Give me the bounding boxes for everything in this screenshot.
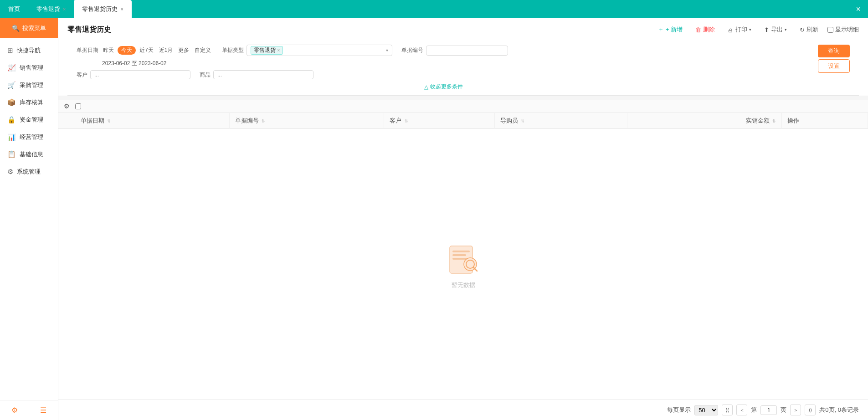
settings-button[interactable]: 设置 [818,59,850,73]
purchase-icon: 🛒 [7,81,16,89]
sidebar-item-purchase[interactable]: 🛒 采购管理 [0,77,58,94]
customer-placeholder: ... [94,72,99,78]
tab-retail-return[interactable]: 零售退货 × [28,0,74,18]
date-filter: 单据日期 昨天 今天 近7天 近1月 更多 自定义 [77,46,213,55]
first-page-btn[interactable]: ⟨⟨ [722,405,733,415]
table-settings-icon[interactable]: ⚙ [64,102,70,110]
date-from: 2023-06-02 [102,60,130,67]
refresh-button[interactable]: ↻ 刷新 [796,24,822,36]
doc-type-select[interactable]: 零售退货 × ▾ [247,45,392,56]
date-custom[interactable]: 自定义 [193,46,213,55]
per-page-select[interactable]: 10 20 50 100 [694,405,718,415]
goods-input-box[interactable]: ... [213,70,313,79]
empty-text: 暂无数据 [452,281,475,289]
th-no[interactable]: 单据编号 ⇅ [229,113,384,129]
tab-retail-return-history-close[interactable]: × [120,6,123,12]
select-all-checkbox[interactable] [75,103,81,109]
th-customer[interactable]: 客户 ⇅ [384,113,494,129]
date-today[interactable]: 今天 [118,46,136,55]
tab-list: 首页 零售退货 × 零售退货历史 × [0,0,856,18]
th-date-sort: ⇅ [107,119,111,123]
sidebar-item-operation[interactable]: 📊 经营管理 [0,128,58,146]
sidebar-nav: ⊞ 快捷导航 📈 销售管理 🛒 采购管理 📦 库存核算 🔒 资金管理 📊 [0,38,58,400]
tab-retail-return-close[interactable]: × [63,6,66,12]
date-1month[interactable]: 近1月 [157,46,175,55]
sidebar-search-label: 搜索菜单 [22,24,46,32]
date-range-display: 2023-06-02 至 2023-06-02 [102,60,811,67]
collapse-btn[interactable]: △ 收起更多条件 [77,83,811,91]
add-button[interactable]: ＋ + 新增 [654,24,686,36]
next-page-btn[interactable]: ＞ [790,405,801,415]
svg-rect-2 [452,254,466,256]
toolbar: ＋ + 新增 🗑 删除 🖨 打印 ▾ ⬆ 导出 [654,24,859,36]
tab-retail-return-history-label: 零售退货历史 [82,5,118,13]
date-more[interactable]: 更多 [176,46,191,55]
export-icon: ⬆ [764,26,769,33]
print-icon: 🖨 [728,26,734,33]
doc-type-tag-text: 零售退货 [254,46,276,54]
show-detail-checkbox[interactable]: 显示明细 [827,26,859,34]
window-close-btn[interactable]: × [856,5,861,14]
action-buttons: 查询 设置 [818,45,850,73]
tab-retail-return-history[interactable]: 零售退货历史 × [74,0,131,18]
th-amount[interactable]: 实销金额 ⇅ [627,113,781,129]
tab-home[interactable]: 首页 [0,0,28,18]
sidebar-item-label: 采购管理 [20,81,43,89]
main-layout: 🔍 搜索菜单 ⊞ 快捷导航 📈 销售管理 🛒 采购管理 📦 库存核算 🔒 [0,18,868,420]
th-date[interactable]: 单据日期 ⇅ [75,113,229,129]
top-bar: 首页 零售退货 × 零售退货历史 × × [0,0,868,18]
per-page-label: 每页显示 [667,406,691,414]
delete-button[interactable]: 🗑 删除 [692,24,719,36]
sidebar-item-label: 经营管理 [20,133,43,141]
th-no-label: 单据编号 [235,117,259,124]
date-to: 2023-06-02 [139,60,166,67]
sidebar-item-inventory[interactable]: 📦 库存核算 [0,94,58,111]
sidebar-search[interactable]: 🔍 搜索菜单 [0,18,58,38]
export-button[interactable]: ⬆ 导出 ▾ [760,24,791,36]
doc-no-input[interactable] [426,46,508,56]
filter-area: 单据日期 昨天 今天 近7天 近1月 更多 自定义 [67,40,859,96]
doc-type-label: 单据类型 [222,46,244,54]
th-amount-sort: ⇅ [772,119,776,123]
content-area: 零售退货历史 ＋ + 新增 🗑 删除 🖨 打印 ▾ [58,18,868,420]
page-header: 零售退货历史 ＋ + 新增 🗑 删除 🖨 打印 ▾ [58,18,868,96]
prev-page-btn[interactable]: ＜ [736,405,747,415]
sidebar-item-label: 库存核算 [20,98,43,107]
sidebar-item-basic-info[interactable]: 📋 基础信息 [0,146,58,163]
th-customer-label: 客户 [390,117,401,124]
th-checkbox [58,113,75,129]
show-detail-input[interactable] [827,27,833,33]
date-yesterday[interactable]: 昨天 [101,46,116,55]
refresh-label: 刷新 [806,26,818,34]
table-area: ⚙ 单据日期 ⇅ 单据编号 ⇅ [58,100,868,400]
pagination: 每页显示 10 20 50 100 ⟨⟨ ＜ 第 页 ＞ ⟩⟩ 共0页, 0条记… [58,400,868,420]
sidebar-menu-btn[interactable]: ☰ [40,406,46,415]
doc-type-chevron: ▾ [386,48,388,53]
page-suffix: 页 [781,406,786,414]
sidebar-item-finance[interactable]: 🔒 资金管理 [0,111,58,128]
page-input[interactable] [760,405,777,415]
sidebar-item-quick-nav[interactable]: ⊞ 快捷导航 [0,42,58,59]
finance-icon: 🔒 [7,116,16,124]
export-chevron: ▾ [785,27,787,32]
print-button[interactable]: 🖨 打印 ▾ [724,24,755,36]
last-page-btn[interactable]: ⟩⟩ [805,405,816,415]
empty-state: 暂无数据 [58,129,868,400]
sidebar-item-sales[interactable]: 📈 销售管理 [0,59,58,77]
customer-input-box[interactable]: ... [90,70,190,79]
search-icon: 🔍 [12,25,20,32]
date-7days[interactable]: 近7天 [138,46,155,55]
sidebar-item-label: 资金管理 [20,116,43,124]
th-guide-label: 导购员 [500,117,518,124]
sidebar-item-label: 快捷导航 [17,46,41,55]
page-header-top: 零售退货历史 ＋ + 新增 🗑 删除 🖨 打印 ▾ [67,24,859,36]
sidebar-item-system[interactable]: ⚙ 系统管理 [0,163,58,180]
filter-row-2: 客户 ... 商品 ... [77,70,811,79]
doc-type-tag-close[interactable]: × [277,48,280,53]
query-button[interactable]: 查询 [818,45,850,57]
th-amount-label: 实销金额 [746,117,770,124]
sidebar-settings-btn[interactable]: ⚙ [11,406,18,415]
th-guide[interactable]: 导购员 ⇅ [494,113,627,129]
empty-icon [445,239,482,276]
table-toolbar: ⚙ [58,100,868,113]
